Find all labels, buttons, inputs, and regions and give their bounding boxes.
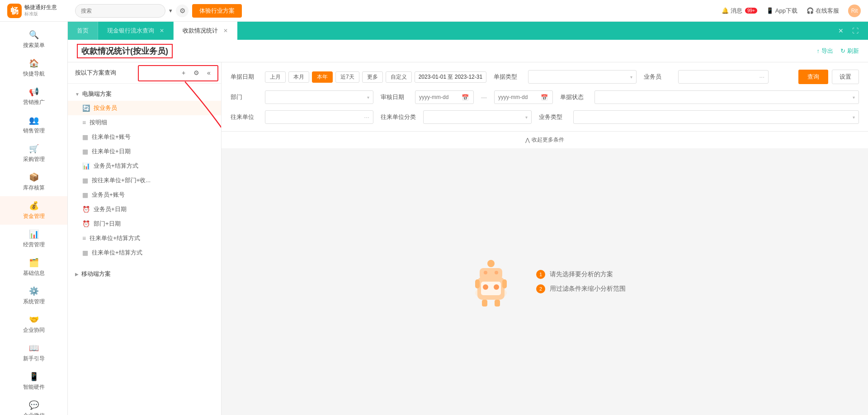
audit-to-input[interactable] [498, 94, 539, 100]
scheme-group-desktop-title[interactable]: ▼ 电脑端方案 [68, 87, 221, 101]
unit-date-icon: ▦ [82, 148, 88, 155]
sidebar-item-enterprise[interactable]: 🤝 企业协同 [0, 310, 67, 339]
filter-type-select[interactable]: ▾ [528, 70, 637, 84]
sidebar-item-label-wechat: 企业微信 [23, 412, 45, 415]
filter-dept-select[interactable]: ▾ [265, 90, 373, 104]
tab-bank[interactable]: 现金银行流水查询 ✕ [98, 22, 174, 40]
app-layout: 🔍 搜索菜单 🏠 快捷导航 📢 营销推广 👥 销售管理 🛒 采购管理 📦 库存核… [0, 0, 868, 415]
sidebar-item-basic[interactable]: 🗂️ 基础信息 [0, 253, 67, 282]
filter-status-select[interactable]: ▾ [594, 90, 859, 104]
wechat-icon: 💬 [29, 400, 39, 410]
calendar-to-icon[interactable]: 📅 [541, 94, 548, 101]
scheme-item-salesperson-settle[interactable]: 📊 业务员+结算方式 [68, 159, 221, 173]
filter-biztype-label: 业务类型 [539, 113, 566, 121]
scheme-item-unit-date[interactable]: ▦ 往来单位+日期 [68, 144, 221, 159]
scheme-item-unit-dept-collect[interactable]: ▦ 按往来单位+部门+收... [68, 173, 221, 188]
sidebar-item-label-system: 系统管理 [23, 298, 45, 306]
sidebar-item-search[interactable]: 🔍 搜索菜单 [0, 25, 67, 54]
sidebar-item-label-enterprise: 企业协同 [23, 326, 45, 334]
window-close-btn[interactable]: ✕ [834, 24, 848, 38]
filter-counterpart-label: 往来单位 [231, 113, 258, 121]
basic-icon: 🗂️ [29, 258, 39, 268]
trial-button[interactable]: 体验行业方案 [192, 4, 242, 18]
date-btn-last-month[interactable]: 上月 [265, 71, 286, 83]
scheme-item-unit-settle2[interactable]: ▦ 往来单位+结算方式 [68, 245, 221, 260]
scheme-item-salesperson-account[interactable]: ▦ 业务员+账号 [68, 188, 221, 202]
filter-status-label: 单据状态 [560, 93, 587, 101]
collapse-bar[interactable]: ⋀ 收起更多条件 [222, 132, 868, 148]
collapse-chevron-icon: ⋀ [525, 137, 530, 143]
app-download-label: App下载 [775, 7, 797, 15]
sidebar-item-operation[interactable]: 📊 经营管理 [0, 225, 67, 253]
counterpart-more-icon[interactable]: ··· [364, 113, 369, 121]
export-button[interactable]: ↑ 导出 [817, 47, 834, 55]
empty-text: 1 请先选择要分析的方案 2 用过滤条件来缩小分析范围 [536, 270, 626, 293]
tab-collection[interactable]: 收款情况统计 ✕ [174, 22, 237, 40]
date-btn-7days[interactable]: 近7天 [335, 71, 359, 83]
filter-audit-from[interactable]: 📅 [415, 90, 474, 104]
settings-icon[interactable]: ⚙ [176, 5, 189, 17]
main-content: 首页 现金银行流水查询 ✕ 收款情况统计 ✕ ✕ ⛶ 收款情况统计(按业务员) … [68, 22, 868, 415]
tab-window-controls: ✕ ⛶ [828, 22, 868, 40]
scheme-item-salesperson[interactable]: 🔄 按业务员 [68, 101, 221, 115]
filter-area: 单据日期 上月 本月 本年 近7天 更多 自定义 2023-01-01 至 20… [222, 62, 868, 132]
empty-illustration [464, 255, 518, 309]
filter-counterpart-select[interactable]: ··· [265, 110, 373, 124]
app-download-item[interactable]: 📱 App下载 [766, 7, 797, 15]
sidebar-item-quicknav[interactable]: 🏠 快捷导航 [0, 54, 67, 82]
filter-biztype-select[interactable]: ▾ [573, 110, 859, 124]
filter-category-select[interactable]: ▾ [423, 110, 532, 124]
tab-bank-close-icon[interactable]: ✕ [160, 28, 164, 34]
filter-audit-to[interactable]: 📅 [494, 90, 553, 104]
sidebar-item-label-operation: 经营管理 [23, 241, 45, 249]
notifications-item[interactable]: 🔔 消息 99+ [722, 7, 757, 15]
filter-salesperson-label: 业务员 [644, 73, 671, 81]
scheme-collapse-btn[interactable]: « [204, 68, 214, 78]
tab-collection-close-icon[interactable]: ✕ [223, 28, 228, 34]
filter-salesperson-select[interactable]: ··· [678, 70, 769, 84]
filter-category-arrow-icon: ▾ [525, 115, 528, 120]
scheme-item-unit-settle1[interactable]: ≡ 往来单位+结算方式 [68, 231, 221, 245]
header-dropdown[interactable]: ▾ [169, 7, 172, 14]
svg-point-4 [483, 284, 488, 290]
sidebar-item-marketing[interactable]: 📢 营销推广 [0, 82, 67, 111]
scheme-group-mobile-title[interactable]: ▶ 移动端方案 [68, 267, 221, 281]
scheme-item-detail[interactable]: ≡ 按明细 [68, 115, 221, 130]
scheme-add-btn[interactable]: + [179, 68, 189, 78]
query-button[interactable]: 查询 [798, 70, 828, 84]
tab-home[interactable]: 首页 [68, 22, 98, 40]
unit-settle1-icon: ≡ [82, 235, 86, 242]
sidebar-item-wechat[interactable]: 💬 企业微信 [0, 396, 67, 415]
salesperson-date-icon: ⏰ [82, 206, 90, 213]
date-btn-this-month[interactable]: 本月 [288, 71, 309, 83]
filter-dept-arrow-icon: ▾ [367, 95, 369, 100]
sidebar-item-sales[interactable]: 👥 销售管理 [0, 111, 67, 139]
sidebar-item-system[interactable]: ⚙️ 系统管理 [0, 282, 67, 310]
sidebar-item-inventory[interactable]: 📦 库存核算 [0, 168, 67, 196]
avatar[interactable]: Rit [848, 5, 861, 17]
online-service-item[interactable]: 🎧 在线客服 [807, 7, 839, 15]
scheme-item-unit-account[interactable]: ▦ 往来单位+账号 [68, 130, 221, 144]
scheme-panel-title: 按以下方案查询 [75, 69, 116, 77]
purchase-icon: 🛒 [29, 144, 39, 154]
sidebar-item-hardware[interactable]: 📱 智能硬件 [0, 367, 67, 396]
scheme-item-dept-date[interactable]: ⏰ 部门+日期 [68, 217, 221, 231]
scheme-item-salesperson-date[interactable]: ⏰ 业务员+日期 [68, 202, 221, 217]
sidebar-item-finance[interactable]: 💰 资金管理 [0, 196, 67, 225]
finance-icon: 💰 [29, 201, 39, 211]
scheme-settings-btn[interactable]: ⚙ [191, 68, 201, 78]
empty-step-2: 2 用过滤条件来缩小分析范围 [536, 284, 626, 293]
date-btn-custom[interactable]: 自定义 [386, 71, 412, 83]
window-maximize-btn[interactable]: ⛶ [848, 24, 863, 38]
refresh-button[interactable]: ↻ 刷新 [840, 47, 859, 55]
sidebar-item-purchase[interactable]: 🛒 采购管理 [0, 139, 67, 168]
filter-settings-button[interactable]: 设置 [832, 70, 859, 84]
date-btn-more[interactable]: 更多 [362, 71, 383, 83]
date-btn-this-year[interactable]: 本年 [312, 71, 333, 83]
search-input[interactable] [75, 4, 165, 18]
audit-from-input[interactable] [419, 94, 460, 100]
calendar-from-icon[interactable]: 📅 [462, 94, 469, 101]
scheme-group-mobile: ▶ 移动端方案 [68, 264, 221, 284]
sidebar-item-guide[interactable]: 📖 新手引导 [0, 339, 67, 367]
filter-salesperson-more-icon[interactable]: ··· [759, 73, 764, 80]
